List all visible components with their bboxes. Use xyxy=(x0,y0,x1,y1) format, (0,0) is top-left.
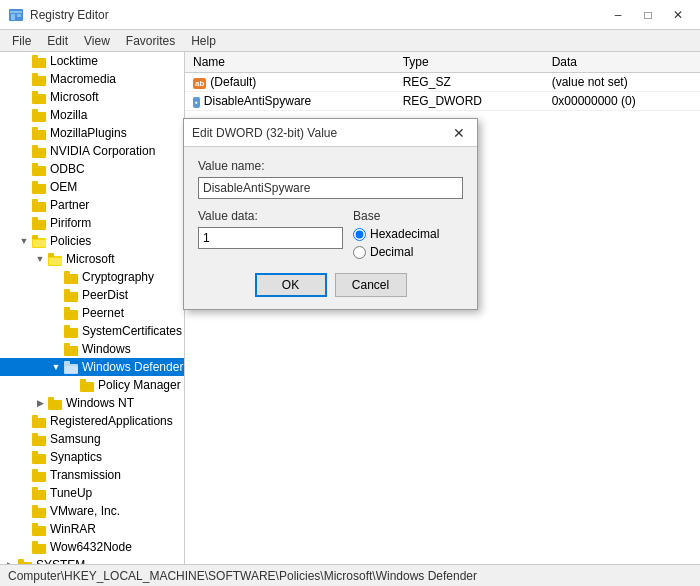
tree-label-macromedia: Macromedia xyxy=(48,72,116,86)
dialog-buttons: OK Cancel xyxy=(198,273,463,297)
close-button[interactable]: ✕ xyxy=(664,4,692,26)
toggle-policies[interactable] xyxy=(16,233,32,249)
value-name-input[interactable] xyxy=(198,177,463,199)
table-row-default[interactable]: ab(Default) REG_SZ (value not set) xyxy=(185,73,700,92)
folder-icon-synaptics xyxy=(32,451,48,464)
toggle-windows-nt[interactable] xyxy=(32,395,48,411)
folder-icon-transmission xyxy=(32,469,48,482)
tree-item-piriform[interactable]: Piriform xyxy=(0,214,184,232)
value-data-input[interactable] xyxy=(198,227,343,249)
tree-item-system[interactable]: SYSTEM xyxy=(0,556,184,564)
tree-label-policies-microsoft: Microsoft xyxy=(64,252,115,266)
folder-icon-regapps xyxy=(32,415,48,428)
folder-icon-vmware xyxy=(32,505,48,518)
folder-icon-policy-manager xyxy=(80,379,96,392)
folder-icon-policies-microsoft xyxy=(48,253,64,266)
value-name-label: Value name: xyxy=(198,159,463,173)
tree-label-windows: Windows xyxy=(80,342,131,356)
tree-label-vmware: VMware, Inc. xyxy=(48,504,120,518)
folder-icon-policies xyxy=(32,235,48,248)
dialog-row: Value data: Base Hexadecimal Decimal xyxy=(198,209,463,263)
tree-item-peernet[interactable]: Peernet xyxy=(0,304,184,322)
tree-item-mozilla[interactable]: Mozilla xyxy=(0,106,184,124)
cancel-button[interactable]: Cancel xyxy=(335,273,407,297)
folder-icon-system xyxy=(18,559,34,565)
icon-ab-default: ab xyxy=(193,78,206,89)
col-type: Type xyxy=(395,52,544,73)
tree-item-vmware[interactable]: VMware, Inc. xyxy=(0,502,184,520)
col-name: Name xyxy=(185,52,395,73)
tree-label-regapps: RegisteredApplications xyxy=(48,414,173,428)
tree-item-odbc[interactable]: ODBC xyxy=(0,160,184,178)
folder-icon-winrar xyxy=(32,523,48,536)
tree-label-piriform: Piriform xyxy=(48,216,91,230)
toggle-system[interactable] xyxy=(2,557,18,564)
menu-edit[interactable]: Edit xyxy=(39,32,76,50)
radio-hex-input[interactable] xyxy=(353,228,366,241)
toggle-policies-microsoft[interactable] xyxy=(32,251,48,267)
menu-file[interactable]: File xyxy=(4,32,39,50)
row-name-antispyware: ▪DisableAntiSpyware xyxy=(185,92,395,111)
folder-icon-windows-nt xyxy=(48,397,64,410)
tree-item-windows-nt[interactable]: Windows NT xyxy=(0,394,184,412)
menu-favorites[interactable]: Favorites xyxy=(118,32,183,50)
tree-label-policy-manager: Policy Manager xyxy=(96,378,181,392)
base-area: Base Hexadecimal Decimal xyxy=(353,209,463,263)
tree-item-policy-manager[interactable]: Policy Manager xyxy=(0,376,184,394)
row-data-antispyware: 0x00000000 (0) xyxy=(544,92,700,111)
folder-icon-microsoft xyxy=(32,91,48,104)
tree-item-cryptography[interactable]: Cryptography xyxy=(0,268,184,286)
ok-button[interactable]: OK xyxy=(255,273,327,297)
tree-item-mozillaplugins[interactable]: MozillaPlugins xyxy=(0,124,184,142)
tree-item-policies-microsoft[interactable]: Microsoft xyxy=(0,250,184,268)
tree-item-regapps[interactable]: RegisteredApplications xyxy=(0,412,184,430)
folder-icon-windows xyxy=(64,343,80,356)
tree-item-synaptics[interactable]: Synaptics xyxy=(0,448,184,466)
table-row-disable-antispyware[interactable]: ▪DisableAntiSpyware REG_DWORD 0x00000000… xyxy=(185,92,700,111)
minimize-button[interactable]: – xyxy=(604,4,632,26)
menu-bar: File Edit View Favorites Help xyxy=(0,30,700,52)
tree-item-microsoft[interactable]: Microsoft xyxy=(0,88,184,106)
tree-label-synaptics: Synaptics xyxy=(48,450,102,464)
icon-reg-antispyware: ▪ xyxy=(193,97,200,108)
toggle-windows-defender[interactable] xyxy=(48,359,64,375)
maximize-button[interactable]: □ xyxy=(634,4,662,26)
menu-view[interactable]: View xyxy=(76,32,118,50)
tree-item-winrar[interactable]: WinRAR xyxy=(0,520,184,538)
tree-item-wow6432node[interactable]: Wow6432Node xyxy=(0,538,184,556)
tree-item-oem[interactable]: OEM xyxy=(0,178,184,196)
tree-item-windows-defender[interactable]: Windows Defender xyxy=(0,358,184,376)
tree-label-mozillaplugins: MozillaPlugins xyxy=(48,126,127,140)
tree-label-nvidia: NVIDIA Corporation xyxy=(48,144,155,158)
tree-label-peerdist: PeerDist xyxy=(80,288,128,302)
dialog-close-button[interactable]: ✕ xyxy=(449,123,469,143)
dialog-title: Edit DWORD (32-bit) Value xyxy=(192,126,337,140)
tree-item-samsung[interactable]: Samsung xyxy=(0,430,184,448)
folder-icon-peernet xyxy=(64,307,80,320)
tree-item-policies[interactable]: Policies xyxy=(0,232,184,250)
tree-item-locktime[interactable]: Locktime xyxy=(0,52,184,70)
folder-icon-macromedia xyxy=(32,73,48,86)
tree-item-windows[interactable]: Windows xyxy=(0,340,184,358)
tree-item-systemcerts[interactable]: SystemCertificates xyxy=(0,322,184,340)
tree-item-transmission[interactable]: Transmission xyxy=(0,466,184,484)
tree-label-wow6432node: Wow6432Node xyxy=(48,540,132,554)
status-bar: Computer\HKEY_LOCAL_MACHINE\SOFTWARE\Pol… xyxy=(0,564,700,586)
tree-item-partner[interactable]: Partner xyxy=(0,196,184,214)
tree-item-macromedia[interactable]: Macromedia xyxy=(0,70,184,88)
folder-icon-nvidia xyxy=(32,145,48,158)
folder-icon-locktime xyxy=(32,55,48,68)
radio-hexadecimal[interactable]: Hexadecimal xyxy=(353,227,463,241)
radio-dec-input[interactable] xyxy=(353,246,366,259)
svg-rect-1 xyxy=(10,11,22,13)
svg-rect-2 xyxy=(11,14,15,20)
tree-item-peerdist[interactable]: PeerDist xyxy=(0,286,184,304)
menu-help[interactable]: Help xyxy=(183,32,224,50)
folder-icon-oem xyxy=(32,181,48,194)
tree-item-tuneup[interactable]: TuneUp xyxy=(0,484,184,502)
tree-label-windows-defender: Windows Defender xyxy=(80,360,183,374)
tree-panel[interactable]: Locktime Macromedia Microsoft Mozilla Mo xyxy=(0,52,185,564)
folder-icon-peerdist xyxy=(64,289,80,302)
tree-item-nvidia[interactable]: NVIDIA Corporation xyxy=(0,142,184,160)
radio-decimal[interactable]: Decimal xyxy=(353,245,463,259)
